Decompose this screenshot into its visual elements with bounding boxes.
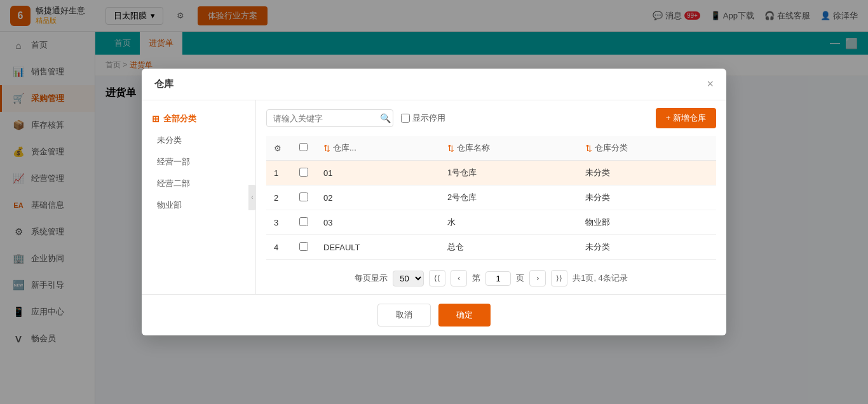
row-category: 物业部 <box>578 210 716 235</box>
row-index: 3 <box>266 210 292 235</box>
row-code: 03 <box>316 210 440 235</box>
pagination-bar: 每页显示 50 ⟨⟨ ‹ 第 页 › ⟩⟩ 共1页, 4条记录 <box>266 270 716 286</box>
th-name: ⇅ 仓库名称 <box>440 136 578 161</box>
add-warehouse-button[interactable]: + 新增仓库 <box>656 108 716 128</box>
show-disabled-checkbox[interactable] <box>401 114 410 123</box>
table-row[interactable]: 3 03 水 物业部 <box>266 210 716 235</box>
th-category: ⇅ 仓库分类 <box>578 136 716 161</box>
dialog-header: 仓库 × <box>142 69 726 100</box>
all-category-item[interactable]: ⊞ 全部分类 <box>142 108 255 130</box>
warehouse-table: ⚙ ⇅ 仓库... <box>266 136 716 260</box>
row-name: 总仓 <box>440 235 578 260</box>
dialog-body: ⊞ 全部分类 未分类 经营一部 经营二部 物业部 ‹ 🔍 <box>142 100 726 294</box>
row-code: DEFAULT <box>316 235 440 260</box>
table-row[interactable]: 1 01 1号仓库 未分类 <box>266 161 716 185</box>
grid-icon: ⊞ <box>152 114 159 124</box>
th-settings: ⚙ <box>266 136 292 161</box>
dialog-title: 仓库 <box>154 78 173 90</box>
row-checkbox-cell <box>292 185 316 210</box>
prev-page-button[interactable]: ‹ <box>451 270 467 286</box>
table-header-row: ⚙ ⇅ 仓库... <box>266 136 716 161</box>
row-index: 4 <box>266 235 292 260</box>
category-item-1[interactable]: 经营一部 <box>142 151 255 173</box>
confirm-button[interactable]: 确定 <box>438 304 491 327</box>
sort-icon2: ⇅ <box>447 144 454 153</box>
cancel-button[interactable]: 取消 <box>377 304 431 327</box>
search-icon[interactable]: 🔍 <box>380 113 391 123</box>
row-name: 水 <box>440 210 578 235</box>
table-row[interactable]: 4 DEFAULT 总仓 未分类 <box>266 235 716 260</box>
warehouse-dialog: 仓库 × ⊞ 全部分类 未分类 经营一部 经营二部 物业部 ‹ <box>142 69 726 335</box>
row-checkbox-cell <box>292 210 316 235</box>
collapse-panel-button[interactable]: ‹ <box>248 185 256 210</box>
row-category: 未分类 <box>578 185 716 210</box>
sort-icon3: ⇅ <box>585 144 592 153</box>
page-info: 共1页, 4条记录 <box>573 273 628 284</box>
th-checkbox <box>292 136 316 161</box>
last-page-button[interactable]: ⟩⟩ <box>551 270 567 286</box>
row-category: 未分类 <box>578 235 716 260</box>
dialog-footer: 取消 确定 <box>142 294 726 335</box>
row-checkbox[interactable] <box>299 217 308 226</box>
row-category: 未分类 <box>578 161 716 185</box>
table-toolbar: 🔍 显示停用 + 新增仓库 <box>266 108 716 128</box>
row-code: 01 <box>316 161 440 185</box>
row-name: 2号仓库 <box>440 185 578 210</box>
dialog-close-button[interactable]: × <box>707 77 714 91</box>
category-item-0[interactable]: 未分类 <box>142 130 255 151</box>
next-page-button[interactable]: › <box>529 270 546 286</box>
row-checkbox[interactable] <box>299 242 308 251</box>
row-checkbox[interactable] <box>299 192 308 201</box>
row-name: 1号仓库 <box>440 161 578 185</box>
category-item-3[interactable]: 物业部 <box>142 194 255 216</box>
search-box: 🔍 <box>266 109 393 127</box>
th-code: ⇅ 仓库... <box>316 136 440 161</box>
page-number-input[interactable] <box>485 271 511 286</box>
show-disabled-toggle[interactable]: 显示停用 <box>401 112 445 124</box>
search-input[interactable] <box>273 114 380 123</box>
table-container: ⚙ ⇅ 仓库... <box>266 136 716 260</box>
category-panel: ⊞ 全部分类 未分类 经营一部 经营二部 物业部 ‹ <box>142 100 256 294</box>
row-code: 02 <box>316 185 440 210</box>
row-checkbox-cell <box>292 235 316 260</box>
row-checkbox[interactable] <box>299 168 308 177</box>
settings-icon: ⚙ <box>274 144 281 153</box>
table-body: 1 01 1号仓库 未分类 2 <box>266 161 716 260</box>
row-checkbox-cell <box>292 161 316 185</box>
row-index: 1 <box>266 161 292 185</box>
sort-icon: ⇅ <box>323 144 330 153</box>
per-page-select[interactable]: 50 <box>393 271 424 286</box>
select-all-checkbox[interactable] <box>299 143 308 151</box>
dialog-overlay: 仓库 × ⊞ 全部分类 未分类 经营一部 经营二部 物业部 ‹ <box>0 0 868 404</box>
first-page-button[interactable]: ⟨⟨ <box>429 270 445 286</box>
row-index: 2 <box>266 185 292 210</box>
all-category-label: 全部分类 <box>163 113 196 125</box>
table-panel: 🔍 显示停用 + 新增仓库 ⚙ <box>256 100 726 294</box>
table-row[interactable]: 2 02 2号仓库 未分类 <box>266 185 716 210</box>
table-header: ⚙ ⇅ 仓库... <box>266 136 716 161</box>
category-item-2[interactable]: 经营二部 <box>142 173 255 194</box>
